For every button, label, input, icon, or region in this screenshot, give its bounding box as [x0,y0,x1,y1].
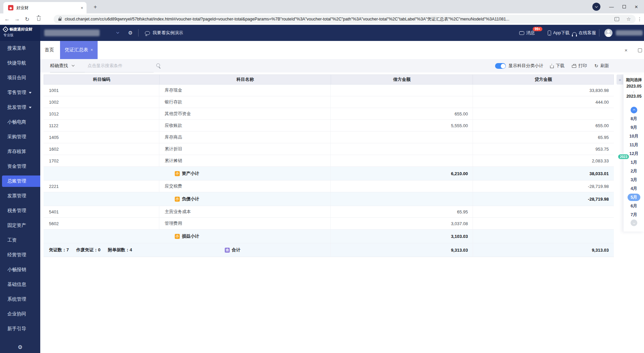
brand-name: 畅捷通好业财 [9,27,33,32]
toggle-label: 显示科目分类小计 [508,59,543,72]
online-support-button[interactable]: 在线客服 [572,25,596,41]
amount-cell: 655.00 [473,120,613,131]
sidebar-item-系统管理[interactable]: 系统管理 [0,292,40,307]
sidebar-item-发票管理[interactable]: 发票管理 [0,189,40,203]
url-text[interactable]: cloud.chanjet.com/cc/u6d89qwnryel/57bfsk… [65,16,614,22]
browser-menu-icon[interactable]: ⋮ [637,13,642,25]
window-minimize-button[interactable]: — [609,4,614,9]
month-item-6月[interactable]: 6月 [624,202,644,210]
month-item-9月[interactable]: 9月 [624,123,644,132]
chevron-down-icon [72,64,74,66]
month-item-8月[interactable]: 8月 [624,114,644,123]
period-panel-collapse-button[interactable]: » [616,74,623,85]
tab-close-icon[interactable]: × [91,48,93,52]
fullscreen-icon[interactable] [638,48,642,52]
amount-cell [473,206,613,217]
sidebar-item-工资[interactable]: 工资 [0,233,40,248]
table-row: 1012其他货币资金655.00 [44,108,614,120]
account-code-cell: 1122 [44,120,159,131]
column-header: 科目名称 [160,75,331,84]
window-close-button[interactable]: × [635,4,638,10]
month-label: 10月 [629,133,638,139]
sidebar-item-资金管理[interactable]: 资金管理 [0,159,40,174]
user-avatar[interactable] [604,29,612,37]
search-mode-dropdown[interactable]: 精确查找 [50,59,89,72]
settings-gear-icon[interactable]: ⚙ [128,30,132,36]
sidebar-item-label: 新手引导 [7,326,26,332]
search-conditions-input[interactable]: 点击显示搜索条件 [85,59,154,72]
company-name-redacted[interactable] [44,30,100,36]
sidebar-item-新手引导[interactable]: 新手引导 [0,321,40,336]
sidebar-item-固定资产[interactable]: 固定资产 [0,218,40,233]
month-item-7月[interactable]: 7月 [624,210,644,219]
sidebar-item-快捷导航[interactable]: 快捷导航 [0,56,40,70]
install-app-icon[interactable] [614,17,619,21]
sidebar-item-零售管理[interactable]: 零售管理 [0,85,40,100]
sidebar-gear-icon[interactable]: ⚙ [0,344,40,350]
scroll-up-button[interactable] [631,107,637,113]
account-name-cell: 其他货币资金 [159,108,331,119]
browser-tab-strip: ◆ 好业财 × + — × [0,0,644,13]
table-row: 5602管理费用3,037.08 [44,218,614,230]
month-item-2月[interactable]: 2月 [624,167,644,175]
amount-cell: 444.00 [473,96,613,108]
month-item-5月[interactable]: 5月 [624,193,644,202]
sidebar-item-库存核算[interactable]: 库存核算 [0,144,40,159]
period-from[interactable]: 2023.05 [624,84,644,89]
demo-link[interactable]: 我要看实例演示 [145,25,183,41]
total-icon: 合 [225,248,230,253]
show-subtotal-toggle[interactable] [495,63,506,69]
app-download-button[interactable]: App下载 [548,25,570,41]
new-tab-button[interactable]: + [91,3,99,11]
sidebar-item-经营管理[interactable]: 经营管理 [0,248,40,262]
sidebar-item-小畅电商[interactable]: 小畅电商 [0,115,40,130]
app-logo-block: 畅捷通好业财 专业版 [0,25,40,41]
sidebar-item-搜索菜单[interactable]: 搜索菜单 [0,41,40,56]
close-all-tabs-icon[interactable]: × [625,48,628,53]
account-name-cell: 库存商品 [159,132,331,143]
period-panel: 期间选择 2023.05 2023.05 8月9月10月11月12月1月2月3月… [623,74,644,232]
download-button[interactable]: 下载 [550,59,565,72]
month-label: 9月 [631,124,637,131]
messages-button[interactable]: 消息 99+ [519,25,535,41]
subtotal-label: 损益小计 [182,233,199,239]
url-bar[interactable]: cloud.chanjet.com/cc/u6d89qwnryel/57bfsk… [54,15,636,23]
sidebar-item-税务管理[interactable]: 税务管理 [0,203,40,218]
forward-button[interactable]: → [13,13,21,25]
refresh-button[interactable]: ↻ 刷新 [594,59,609,72]
browser-profile-icon[interactable] [592,3,600,11]
print-button[interactable]: 打印 [572,59,587,72]
bookmark-star-icon[interactable]: ☆ [627,16,631,22]
trash-extension-icon[interactable] [34,13,43,25]
back-button[interactable]: ← [3,13,11,25]
sidebar-item-项目合同[interactable]: 项目合同 [0,70,40,85]
scroll-down-button[interactable] [631,219,637,226]
table-footer-row: 凭证数：7作废凭证：0附单据数：4合合计9,313.039,313.03 [44,243,614,257]
browser-tab[interactable]: ◆ 好业财 × [3,2,87,13]
window-maximize-button[interactable] [623,5,626,8]
printer-icon [572,65,576,68]
user-name-redacted[interactable] [616,30,643,36]
period-to[interactable]: 2023.05 [624,94,644,99]
amount-cell: 5,555.00 [331,120,473,131]
sidebar-item-小畅报销[interactable]: 小畅报销 [0,262,40,277]
tab-close-icon[interactable]: × [80,5,83,10]
sidebar-item-总账管理[interactable]: 总账管理 [0,174,40,189]
sidebar-item-label: 总账管理 [7,178,26,184]
tab-voucher-summary[interactable]: 凭证汇总表 × [60,41,98,59]
search-icon[interactable] [156,63,160,67]
company-switch-chevron-icon[interactable] [116,31,119,34]
month-item-4月[interactable]: 4月 [624,184,644,193]
sidebar-item-企业协同[interactable]: 企业协同 [0,307,40,321]
reload-button[interactable]: ↻ [23,13,32,25]
sidebar-item-采购管理[interactable]: 采购管理 [0,130,40,144]
sidebar-item-基础信息[interactable]: 基础信息 [0,277,40,292]
sidebar-item-label: 零售管理 [7,90,26,96]
sidebar-item-批发管理[interactable]: 批发管理 [0,100,40,115]
table-row: 1122应收账款5,555.00655.00 [44,120,614,132]
month-item-10月[interactable]: 10月 [624,132,644,141]
month-item-3月[interactable]: 3月 [624,175,644,184]
month-label: 7月 [631,212,637,218]
month-item-11月[interactable]: 11月 [624,141,644,149]
tab-home[interactable]: 首页 [45,41,54,59]
